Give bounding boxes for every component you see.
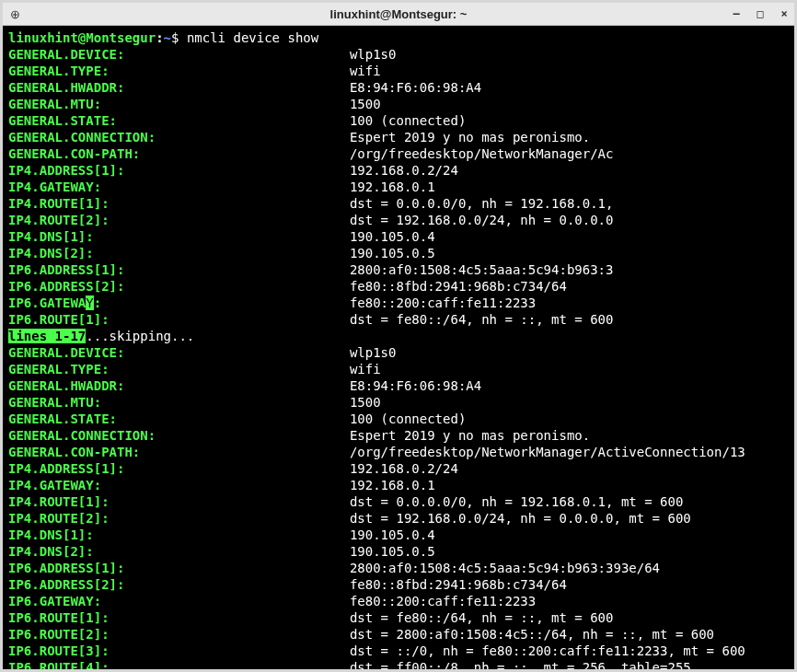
row-label: IP6.ROUTE[3]:	[8, 643, 350, 658]
row-label: GENERAL.MTU:	[8, 97, 350, 111]
row-label: IP6.ROUTE[1]:	[8, 610, 350, 625]
output-row: IP4.DNS[2]: 190.105.0.5	[8, 543, 789, 560]
output-row: IP6.ROUTE[3]: dst = ::/0, nh = fe80::200…	[8, 643, 789, 659]
row-value: Espert 2019 y no mas peronismo.	[350, 428, 590, 443]
row-value: Espert 2019 y no mas peronismo.	[350, 130, 590, 145]
row-label: IP4.DNS[1]:	[8, 229, 350, 244]
output-row: GENERAL.TYPE: wifi	[8, 63, 789, 79]
row-value: dst = 2800:af0:1508:4c5::/64, nh = ::, m…	[350, 627, 714, 642]
row-label: IP4.ROUTE[2]:	[8, 213, 350, 227]
command: nmcli device show	[187, 30, 318, 45]
row-label: IP6.ROUTE[4]:	[8, 660, 350, 669]
output-row: IP6.GATEWAY: fe80::200:caff:fe11:2233	[8, 593, 789, 609]
row-value: 2800:af0:1508:4c5:5aaa:5c94:b963:3	[350, 262, 614, 277]
row-label: GENERAL.TYPE:	[8, 362, 350, 377]
prompt-line: linuxhint@Montsegur:~$ nmcli device show	[8, 29, 789, 46]
pager-highlight: lines 1-17	[8, 329, 86, 343]
row-value: wifi	[350, 362, 381, 377]
row-label: IP6.ADDRESS[1]:	[8, 561, 350, 575]
row-label: IP6.ADDRESS[2]:	[8, 279, 350, 294]
row-label: GENERAL.CONNECTION:	[8, 130, 350, 145]
output-row: IP4.ROUTE[1]: dst = 0.0.0.0/0, nh = 192.…	[8, 195, 789, 212]
row-value: fe80::8fbd:2941:968b:c734/64	[350, 577, 567, 592]
app-icon: ⊕	[10, 7, 20, 21]
window-controls: – □ ×	[731, 8, 790, 19]
prompt-path: ~	[164, 30, 171, 45]
row-value: fe80::200:caff:fe11:2233	[350, 295, 536, 310]
row-value: 192.168.0.2/24	[350, 461, 458, 476]
row-value: dst = 192.168.0.0/24, nh = 0.0.0.0	[350, 213, 614, 227]
output-row: IP6.ROUTE[1]: dst = fe80::/64, nh = ::, …	[8, 311, 789, 328]
output-row: GENERAL.MTU: 1500	[8, 394, 789, 411]
pager-rest: ...skipping...	[86, 329, 194, 343]
row-value: 192.168.0.1	[350, 478, 435, 492]
output-row: GENERAL.DEVICE: wlp1s0	[8, 46, 789, 63]
row-value: fe80::200:caff:fe11:2233	[350, 594, 536, 608]
row-label: IP4.ROUTE[2]:	[8, 511, 350, 526]
output-row: IP6.ADDRESS[1]: 2800:af0:1508:4c5:5aaa:5…	[8, 261, 789, 278]
row-label: IP4.ADDRESS[1]:	[8, 163, 350, 178]
row-label: GENERAL.STATE:	[8, 411, 350, 426]
output-row: IP4.ROUTE[2]: dst = 192.168.0.0/24, nh =…	[8, 212, 789, 228]
row-label: GENERAL.CON-PATH:	[8, 146, 350, 161]
output-row: IP4.DNS[1]: 190.105.0.4	[8, 527, 789, 543]
minimize-button[interactable]: –	[731, 8, 742, 19]
row-value: 100 (connected)	[350, 113, 466, 128]
row-value: dst = 0.0.0.0/0, nh = 192.168.0.1,	[350, 196, 614, 211]
titlebar[interactable]: ⊕ linuxhint@Montsegur: ~ – □ ×	[3, 3, 794, 26]
row-value: 190.105.0.4	[350, 229, 435, 244]
row-label: IP4.DNS[2]:	[8, 246, 350, 261]
output-row: GENERAL.MTU: 1500	[8, 96, 789, 112]
row-label: :	[94, 295, 350, 310]
output-row: IP6.ADDRESS[2]: fe80::8fbd:2941:968b:c73…	[8, 278, 789, 295]
row-value: 192.168.0.1	[350, 180, 435, 194]
row-label: GENERAL.TYPE:	[8, 64, 350, 78]
maximize-button[interactable]: □	[755, 8, 766, 19]
row-label: IP6.ROUTE[1]:	[8, 312, 350, 327]
output-row: IP4.DNS[1]: 190.105.0.4	[8, 228, 789, 245]
output-row: IP4.DNS[2]: 190.105.0.5	[8, 245, 789, 261]
output-row: GENERAL.CON-PATH: /org/freedesktop/Netwo…	[8, 444, 789, 460]
row-label: IP4.DNS[2]:	[8, 544, 350, 559]
output-row: IP4.ADDRESS[1]: 192.168.0.2/24	[8, 162, 789, 179]
row-value: 190.105.0.4	[350, 527, 435, 542]
output-row: IP4.ROUTE[2]: dst = 192.168.0.0/24, nh =…	[8, 510, 789, 527]
output-row: IP6.GATEWAY: fe80::200:caff:fe11:2233	[8, 295, 789, 311]
row-value: E8:94:F6:06:98:A4	[350, 80, 481, 95]
row-value: E8:94:F6:06:98:A4	[350, 378, 481, 393]
output-row: IP4.ROUTE[1]: dst = 0.0.0.0/0, nh = 192.…	[8, 493, 789, 510]
close-button[interactable]: ×	[779, 8, 790, 19]
row-value: dst = fe80::/64, nh = ::, mt = 600	[350, 312, 614, 327]
prompt-sign: $	[171, 30, 187, 45]
terminal-window: ⊕ linuxhint@Montsegur: ~ – □ × linuxhint…	[0, 0, 797, 672]
row-value: dst = ff00::/8, nh = ::, mt = 256, table…	[350, 660, 691, 669]
row-label: GENERAL.DEVICE:	[8, 47, 350, 62]
output-row: IP6.ADDRESS[1]: 2800:af0:1508:4c5:5aaa:5…	[8, 560, 789, 576]
row-label: IP6.ADDRESS[1]:	[8, 262, 350, 277]
row-value: wlp1s0	[350, 47, 397, 62]
row-value: 190.105.0.5	[350, 544, 435, 559]
prompt-sep: :	[156, 30, 163, 45]
row-label: IP6.GATEWAY:	[8, 594, 350, 608]
prompt-host: linuxhint@Montsegur	[8, 30, 156, 45]
row-label: GENERAL.CON-PATH:	[8, 445, 350, 459]
terminal-output[interactable]: linuxhint@Montsegur:~$ nmcli device show…	[3, 26, 794, 669]
row-label: IP4.ADDRESS[1]:	[8, 461, 350, 476]
row-value: wlp1s0	[350, 345, 397, 360]
row-label: GENERAL.HWADDR:	[8, 80, 350, 95]
row-value: /org/freedesktop/NetworkManager/Ac	[350, 146, 614, 161]
output-row: GENERAL.HWADDR: E8:94:F6:06:98:A4	[8, 377, 789, 394]
row-value: 1500	[350, 395, 381, 410]
row-label: GENERAL.CONNECTION:	[8, 428, 350, 443]
row-label: IP6.GATEWA	[8, 295, 86, 310]
row-label: IP6.ROUTE[2]:	[8, 627, 350, 642]
row-label: IP4.DNS[1]:	[8, 527, 350, 542]
row-label: IP4.GATEWAY:	[8, 478, 350, 492]
row-value: 2800:af0:1508:4c5:5aaa:5c94:b963:393e/64	[350, 561, 660, 575]
row-value: wifi	[350, 64, 381, 78]
cursor: Y	[86, 295, 93, 310]
output-row: IP6.ADDRESS[2]: fe80::8fbd:2941:968b:c73…	[8, 576, 789, 593]
output-row: GENERAL.DEVICE: wlp1s0	[8, 344, 789, 361]
row-label: GENERAL.DEVICE:	[8, 345, 350, 360]
output-row: GENERAL.HWADDR: E8:94:F6:06:98:A4	[8, 79, 789, 96]
